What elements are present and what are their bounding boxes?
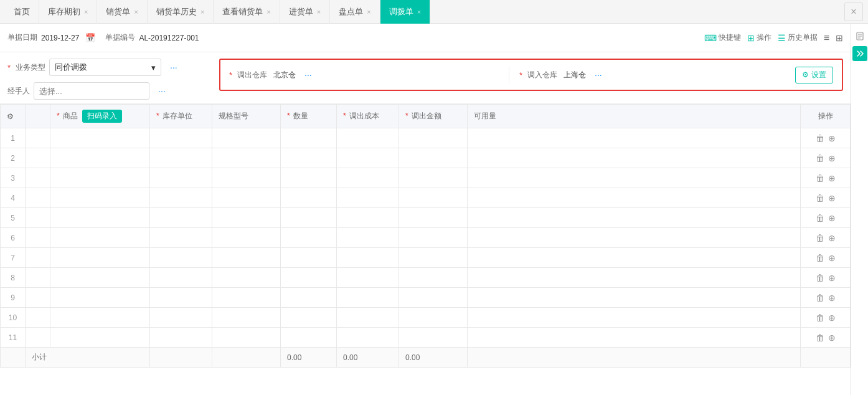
operations-label: 操作 [757,32,771,43]
tab-transfer[interactable]: 调拨单 × [380,0,430,24]
row-empty [281,128,337,148]
tab-label: 查看销货单 [222,6,263,17]
delete-icon[interactable]: 🗑 [816,233,824,243]
sidebar-expand-icon[interactable] [852,46,867,61]
row-empty [399,228,468,248]
row-empty [50,268,150,288]
delete-icon[interactable]: 🗑 [816,213,824,223]
delete-icon[interactable]: 🗑 [816,193,824,203]
target-warehouse-more[interactable]: ··· [595,70,602,80]
delete-icon[interactable]: 🗑 [816,133,824,143]
row-num: 5 [1,208,26,228]
tab-inventory-init[interactable]: 库存期初 × [39,0,97,24]
handler-field: 经手人 ··· [7,82,207,100]
delete-icon[interactable]: 🗑 [816,313,824,323]
col-settings-header[interactable]: ⚙ [1,105,26,128]
row-empty [50,308,150,328]
copy-icon[interactable]: ⊕ [828,253,836,263]
row-empty [50,128,150,148]
tab-stocktake[interactable]: 盘点单 × [330,0,380,24]
row-empty [26,268,50,288]
tab-view-sales[interactable]: 查看销货单 × [214,0,280,24]
row-num: 7 [1,248,26,268]
row-empty [50,328,150,348]
table-row: 4🗑⊕ [1,188,851,208]
target-warehouse-label: 调入仓库 [527,70,557,80]
row-empty [337,308,399,328]
business-type-dropdown[interactable]: 同价调拨 ▾ [49,59,161,76]
business-type-more[interactable]: ··· [170,62,177,72]
delete-icon[interactable]: 🗑 [816,293,824,303]
row-empty [399,248,468,268]
row-num: 10 [1,308,26,328]
row-empty [150,188,212,208]
row-ops: 🗑⊕ [801,248,851,268]
history-action[interactable]: ☰ 历史单据 [778,32,818,43]
tab-sales-order[interactable]: 销货单 × [97,0,147,24]
column-settings-icon[interactable]: ⚙ [7,112,14,121]
date-value: 2019-12-27 [41,34,79,42]
row-empty [26,148,50,168]
tab-close[interactable]: × [417,8,421,16]
delete-icon[interactable]: 🗑 [816,273,824,283]
row-empty [337,128,399,148]
row-empty [50,188,150,208]
table-row: 1🗑⊕ [1,128,851,148]
subtotal-empty [1,348,26,368]
row-empty [468,148,801,168]
row-empty [337,268,399,288]
operations-action[interactable]: ⊞ 操作 [747,32,771,43]
copy-icon[interactable]: ⊕ [828,313,836,323]
scan-input-button[interactable]: 扫码录入 [82,110,122,123]
tab-sales-history[interactable]: 销货单历史 × [148,0,214,24]
row-empty [150,248,212,268]
main-content: 单据日期 2019-12-27 📅 单据编号 AL-20191227-001 ⌨… [0,24,868,395]
copy-icon[interactable]: ⊕ [828,333,836,343]
window-close-button[interactable]: × [844,2,863,21]
copy-icon[interactable]: ⊕ [828,193,836,203]
right-sidebar [851,24,868,395]
handler-more[interactable]: ··· [158,86,166,96]
copy-icon[interactable]: ⊕ [828,273,836,283]
copy-icon[interactable]: ⊕ [828,133,836,143]
copy-icon[interactable]: ⊕ [828,213,836,223]
sidebar-doc-icon[interactable] [852,29,867,44]
tab-close[interactable]: × [367,8,370,16]
table-row: 8🗑⊕ [1,268,851,288]
source-warehouse-more[interactable]: ··· [304,70,312,80]
history-icon: ☰ [778,33,786,43]
subtotal-qty: 0.00 [281,348,337,368]
tab-close[interactable]: × [267,8,270,16]
delete-icon[interactable]: 🗑 [816,333,824,343]
row-ops: 🗑⊕ [801,168,851,188]
subtotal-empty [468,348,801,368]
row-empty [399,128,468,148]
table-row: 10🗑⊕ [1,308,851,328]
tab-bar: 首页 库存期初 × 销货单 × 销货单历史 × 查看销货单 × 进货单 × 盘点… [0,0,868,24]
copy-icon[interactable]: ⊕ [828,293,836,303]
copy-icon[interactable]: ⊕ [828,173,836,183]
row-empty [468,288,801,308]
tab-close[interactable]: × [200,8,204,16]
row-empty [468,228,801,248]
row-empty [26,228,50,248]
shortcut-action[interactable]: ⌨ 快捷键 [704,32,741,43]
handler-input[interactable] [34,82,149,100]
tab-close[interactable]: × [84,8,88,16]
tab-close[interactable]: × [134,8,138,16]
delete-icon[interactable]: 🗑 [816,153,824,163]
doc-header-right: ⌨ 快捷键 ⊞ 操作 ☰ 历史单据 ≡ ⊞ [704,32,843,44]
tab-home[interactable]: 首页 [5,0,39,24]
grid-view-action[interactable]: ⊞ [836,33,843,43]
copy-icon[interactable]: ⊕ [828,233,836,243]
calendar-icon[interactable]: 📅 [85,33,95,42]
delete-icon[interactable]: 🗑 [816,253,824,263]
tab-close[interactable]: × [317,8,321,16]
tab-purchase[interactable]: 进货单 × [280,0,330,24]
table-row: 7🗑⊕ [1,248,851,268]
delete-icon[interactable]: 🗑 [816,173,824,183]
list-view-action[interactable]: ≡ [824,32,829,44]
copy-icon[interactable]: ⊕ [828,153,836,163]
settings-button[interactable]: ⚙ 设置 [795,67,833,83]
row-empty [150,168,212,188]
